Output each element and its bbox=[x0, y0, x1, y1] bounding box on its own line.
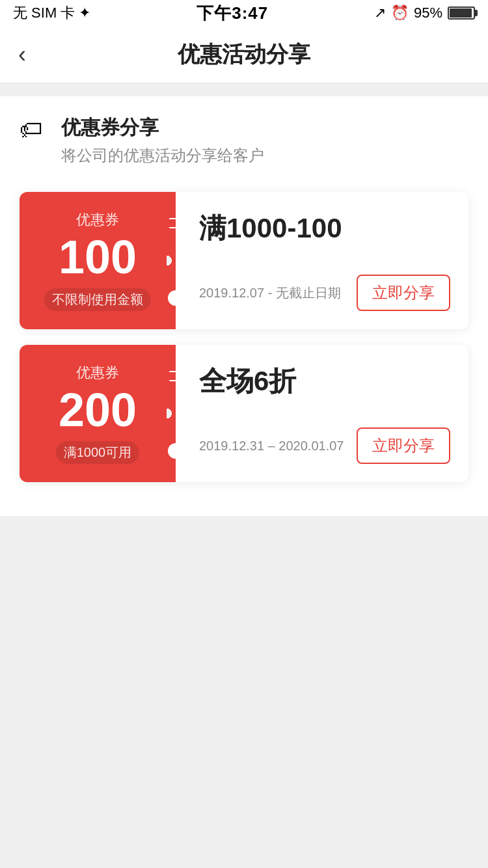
alarm-icon: ⏰ bbox=[391, 5, 409, 21]
coupon-label-2: 优惠券 bbox=[76, 363, 119, 383]
back-button[interactable]: ‹ bbox=[18, 41, 26, 68]
coupon-zigzag-1 bbox=[167, 192, 176, 329]
coupon-date-1: 2019.12.07 - 无截止日期 bbox=[199, 284, 341, 302]
status-bar: 无 SIM 卡 ✦ 下午3:47 ↗ ⏰ 95% bbox=[0, 0, 488, 26]
coupon-date-2: 2019.12.31 – 2020.01.07 bbox=[199, 439, 344, 454]
coupon-bottom-2: 2019.12.31 – 2020.01.07 立即分享 bbox=[199, 427, 450, 464]
battery-percent: 95% bbox=[414, 5, 442, 21]
location-icon: ↗ bbox=[374, 5, 386, 21]
share-button-1[interactable]: 立即分享 bbox=[357, 275, 450, 311]
coupon-left-1: 优惠券 100 不限制使用金额 bbox=[20, 192, 176, 329]
nav-bar: ‹ 优惠活动分享 bbox=[0, 26, 488, 83]
coupon-condition-1: 不限制使用金额 bbox=[44, 288, 151, 311]
section-text: 优惠券分享 将公司的优惠活动分享给客户 bbox=[61, 115, 264, 166]
coupon-list: 优惠券 100 不限制使用金额 满1000-100 2019.12.07 - 无… bbox=[0, 179, 488, 516]
page-title: 优惠活动分享 bbox=[178, 40, 310, 70]
coupon-condition-2: 满1000可用 bbox=[56, 441, 140, 464]
coupon-zigzag-2 bbox=[167, 345, 176, 482]
no-sim-text: 无 SIM 卡 ✦ bbox=[13, 3, 90, 23]
coupon-card-2: 优惠券 200 满1000可用 全场6折 2019.12.31 – 2020.0… bbox=[20, 345, 468, 482]
coupon-right-2: 全场6折 2019.12.31 – 2020.01.07 立即分享 bbox=[176, 345, 468, 482]
coupon-title-1: 满1000-100 bbox=[199, 210, 450, 247]
section-divider-top bbox=[0, 83, 488, 96]
coupon-amount-1: 100 bbox=[59, 234, 137, 280]
coupon-label-1: 优惠券 bbox=[76, 210, 119, 230]
status-left: 无 SIM 卡 ✦ bbox=[13, 3, 90, 23]
status-time: 下午3:47 bbox=[197, 2, 268, 25]
share-button-2[interactable]: 立即分享 bbox=[357, 427, 450, 464]
section-subtitle: 将公司的优惠活动分享给客户 bbox=[61, 145, 264, 166]
coupon-right-1: 满1000-100 2019.12.07 - 无截止日期 立即分享 bbox=[176, 192, 468, 329]
coupon-card-1: 优惠券 100 不限制使用金额 满1000-100 2019.12.07 - 无… bbox=[20, 192, 468, 329]
section-header: 🏷 优惠券分享 将公司的优惠活动分享给客户 bbox=[0, 96, 488, 179]
coupon-title-2: 全场6折 bbox=[199, 363, 450, 400]
battery-icon bbox=[448, 7, 475, 20]
coupon-left-2: 优惠券 200 满1000可用 bbox=[20, 345, 176, 482]
section-title: 优惠券分享 bbox=[61, 115, 264, 141]
page-footer bbox=[0, 516, 488, 868]
status-right: ↗ ⏰ 95% bbox=[374, 5, 475, 21]
coupon-amount-2: 200 bbox=[59, 387, 137, 433]
coupon-bottom-1: 2019.12.07 - 无截止日期 立即分享 bbox=[199, 275, 450, 311]
section-icon: 🏷 bbox=[20, 116, 51, 147]
